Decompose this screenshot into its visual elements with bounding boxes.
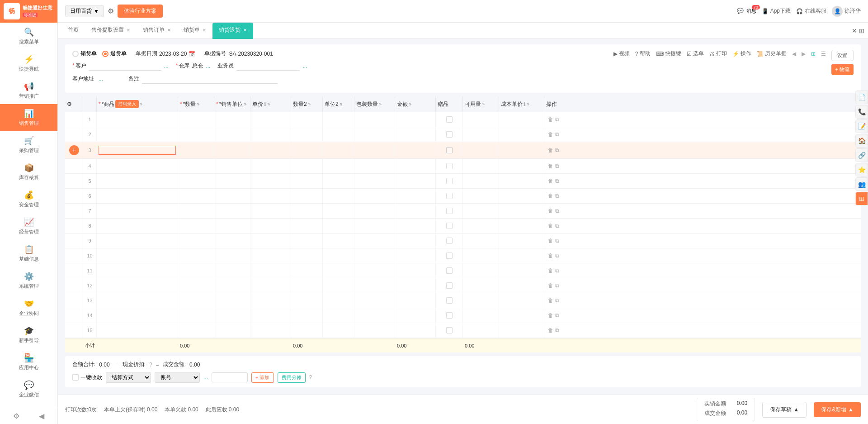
- user-profile-action[interactable]: 👤 徐泽华: [832, 6, 861, 17]
- notes-input[interactable]: [142, 74, 278, 84]
- payment-help-icon[interactable]: ?: [309, 374, 312, 381]
- collapse-icon[interactable]: ◀: [39, 412, 44, 420]
- cost-sort-icon[interactable]: ⇅: [527, 102, 530, 106]
- fee-split-btn[interactable]: 费用分摊: [278, 372, 306, 383]
- sidebar-item-operations[interactable]: 📈 经营管理: [0, 213, 57, 240]
- nav-prev-icon[interactable]: ◀: [792, 51, 796, 57]
- float-btn-6[interactable]: ⭐: [855, 163, 868, 176]
- available-sort-icon[interactable]: ⇅: [482, 102, 485, 106]
- select-btn[interactable]: ☑ 选单: [687, 50, 704, 57]
- qty2-sort-icon[interactable]: ⇅: [308, 102, 311, 106]
- float-btn-4[interactable]: 🏠: [855, 134, 868, 148]
- online-service-action[interactable]: 🎧 在线客服: [796, 7, 826, 15]
- sidebar-item-enterprise[interactable]: 🤝 企业协同: [0, 294, 57, 321]
- row-1-price[interactable]: [250, 112, 291, 127]
- row-3-copy-icon[interactable]: ⧉: [555, 147, 559, 153]
- operate-btn[interactable]: ⚡ 操作: [732, 50, 751, 57]
- one-click-checkbox[interactable]: 一键收款: [72, 374, 102, 381]
- list-view-icon[interactable]: ☰: [821, 51, 826, 57]
- float-btn-2[interactable]: 📞: [855, 105, 868, 119]
- customer-input[interactable]: [89, 61, 161, 71]
- row-1-product[interactable]: [97, 112, 178, 127]
- row-2-unit2[interactable]: [323, 127, 354, 142]
- grid-view-icon[interactable]: ⊞: [811, 51, 816, 57]
- row-2-gift-checkbox[interactable]: [446, 131, 453, 138]
- row-1-gift-checkbox[interactable]: [446, 116, 453, 123]
- table-config-icon[interactable]: ⚙: [67, 101, 72, 107]
- calendar-icon[interactable]: 📅: [189, 51, 195, 57]
- row-1-qty2[interactable]: [291, 112, 323, 127]
- unit-sort-icon[interactable]: ⇅: [244, 102, 247, 106]
- radio-return[interactable]: 退货单: [102, 50, 127, 57]
- row-3-product[interactable]: [97, 142, 178, 158]
- settle-method-select[interactable]: 结算方式: [106, 372, 151, 383]
- row-3-add[interactable]: +: [65, 142, 83, 158]
- history-btn[interactable]: 📜 历史单据: [757, 50, 787, 57]
- row-2-qty[interactable]: [178, 127, 214, 142]
- amount-input[interactable]: [212, 372, 248, 382]
- row-1-delete-icon[interactable]: 🗑: [548, 116, 553, 123]
- settings-bottom-icon[interactable]: ⚙: [13, 412, 19, 420]
- row-3-price[interactable]: [250, 142, 291, 158]
- row-3-gift-checkbox[interactable]: [446, 147, 453, 153]
- sidebar-item-wechat[interactable]: 💬 企业微信: [0, 376, 57, 403]
- row-1-unit[interactable]: [214, 112, 250, 127]
- row-3-unit2[interactable]: [323, 142, 354, 158]
- float-btn-1[interactable]: 📄: [855, 91, 868, 104]
- tab-sale-return-close[interactable]: ✕: [243, 28, 247, 33]
- row-3-qty[interactable]: [178, 142, 214, 158]
- sidebar-item-purchase[interactable]: 🛒 采购管理: [0, 131, 57, 158]
- row-1-unit2[interactable]: [323, 112, 354, 127]
- account-dots-icon[interactable]: ...: [203, 374, 208, 381]
- sidebar-item-member[interactable]: V 畅会员: [0, 403, 57, 408]
- row-2-product[interactable]: [97, 127, 178, 142]
- sidebar-item-finance[interactable]: 💰 资金管理: [0, 186, 57, 213]
- sidebar-item-inventory[interactable]: 📦 库存核算: [0, 158, 57, 186]
- pkg-sort-icon[interactable]: ⇅: [379, 102, 382, 106]
- sidebar-item-appstore[interactable]: 🏪 应用中心: [0, 348, 57, 376]
- float-btn-3[interactable]: 📝: [855, 119, 868, 133]
- tab-sale-delivery[interactable]: 销货单 ✕: [177, 23, 212, 39]
- tab-home[interactable]: 首页: [61, 23, 85, 39]
- add-row-button[interactable]: +: [69, 145, 79, 155]
- help-btn[interactable]: ? 帮助: [635, 50, 651, 57]
- sidebar-item-marketing[interactable]: 📢 营销推广: [0, 77, 57, 104]
- staff-input[interactable]: [236, 61, 300, 71]
- category-select[interactable]: 日用百货 ▼: [65, 5, 104, 17]
- row-1-amount[interactable]: [395, 112, 436, 127]
- staff-dots-icon[interactable]: ...: [302, 63, 307, 69]
- app-download-action[interactable]: 📱 App下载: [762, 7, 791, 15]
- video-btn[interactable]: ▶ 视频: [613, 50, 630, 57]
- unit2-sort-icon[interactable]: ⇅: [340, 102, 343, 106]
- float-btn-8[interactable]: ⊞: [855, 192, 868, 205]
- qty-sort-icon[interactable]: ⇅: [197, 102, 200, 106]
- save-new-button[interactable]: 保存&新增 ▲: [814, 402, 861, 417]
- nav-next-icon[interactable]: ▶: [802, 51, 806, 57]
- amount-sort-icon[interactable]: ⇅: [409, 102, 412, 106]
- address-dots-icon[interactable]: ...: [99, 76, 103, 82]
- row-1-gift[interactable]: [436, 112, 463, 127]
- fullscreen-btn[interactable]: ⊞: [859, 27, 864, 34]
- row-2-delete-icon[interactable]: 🗑: [548, 131, 553, 138]
- row-1-pkg-qty[interactable]: [354, 112, 395, 127]
- scan-btn-header[interactable]: 扫码录入: [115, 100, 139, 108]
- tab-sale-order[interactable]: 销售订单 ✕: [137, 23, 177, 39]
- add-logistics-btn[interactable]: + 物流: [831, 64, 854, 75]
- row-2-pkg-qty[interactable]: [354, 127, 395, 142]
- tab-sale-price-close[interactable]: ✕: [127, 28, 130, 33]
- add-payment-btn[interactable]: + 添加: [251, 372, 274, 383]
- sidebar-item-system[interactable]: ⚙️ 系统管理: [0, 267, 57, 294]
- one-click-checkbox-box[interactable]: [72, 374, 79, 381]
- print-btn[interactable]: 🖨 打印: [709, 50, 727, 57]
- row-3-gift[interactable]: [436, 142, 463, 158]
- tab-sale-order-close[interactable]: ✕: [167, 28, 171, 33]
- row-2-copy-icon[interactable]: ⧉: [555, 131, 559, 138]
- sidebar-item-search[interactable]: 🔍 搜索菜单: [0, 23, 57, 50]
- tab-sale-delivery-close[interactable]: ✕: [203, 28, 206, 33]
- row-2-gift[interactable]: [436, 127, 463, 142]
- header-settings-icon[interactable]: ⚙: [108, 7, 114, 15]
- row-3-qty2[interactable]: [291, 142, 323, 158]
- row-3-unit[interactable]: [214, 142, 250, 158]
- sidebar-item-newbie[interactable]: 🎓 新手引导: [0, 321, 57, 348]
- shortcut-btn[interactable]: ⌨ 快捷键: [656, 50, 681, 57]
